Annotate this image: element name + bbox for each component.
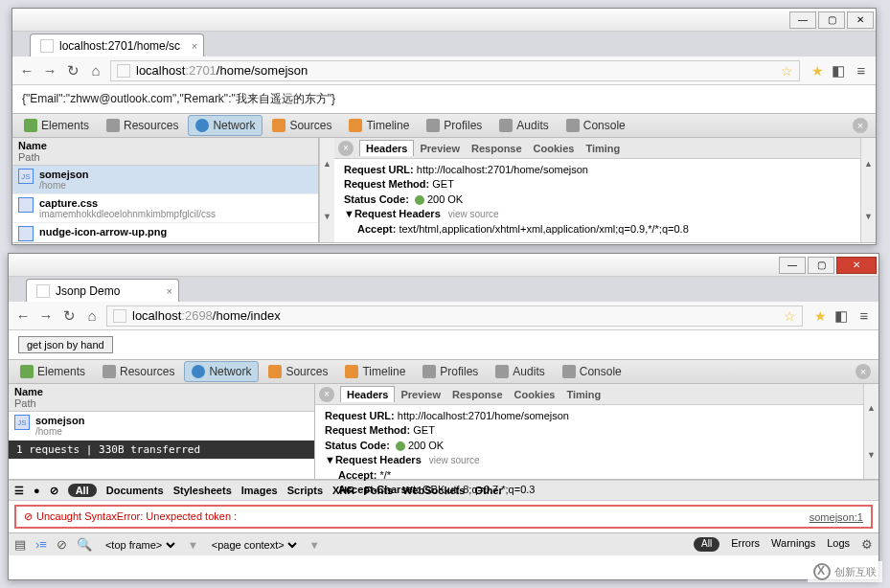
resources-icon — [106, 119, 120, 132]
forward-icon[interactable]: → — [41, 62, 58, 79]
home-icon[interactable]: ⌂ — [87, 62, 104, 79]
minimize-button[interactable]: — — [789, 11, 816, 29]
network-row[interactable]: capture.css imamemhokkdleoelohnmkimbmpfg… — [12, 194, 318, 223]
url-input[interactable]: localhost:2698/home/index ☆ — [106, 305, 803, 327]
network-row[interactable]: nudge-icon-arrow-up.png — [12, 223, 318, 242]
back-icon[interactable]: ← — [14, 307, 32, 324]
devtab-timeline[interactable]: Timeline — [341, 115, 417, 136]
error-source-link[interactable]: somejson:1 — [810, 511, 863, 523]
forward-icon[interactable]: → — [37, 307, 55, 324]
favorite-icon[interactable]: ★ — [814, 308, 827, 324]
close-button[interactable]: ✕ — [836, 257, 877, 274]
bookmark-icon[interactable]: ☆ — [781, 63, 793, 79]
scrollbar[interactable]: ▲▼ — [860, 138, 876, 242]
filter-documents[interactable]: Documents — [106, 485, 164, 496]
filter-scripts[interactable]: Scripts — [287, 485, 323, 496]
filter-other[interactable]: Other — [474, 485, 502, 496]
devtab-network[interactable]: Network — [184, 361, 259, 382]
tab-cookies[interactable]: Cookies — [509, 387, 561, 402]
maximize-button[interactable]: ▢ — [818, 11, 845, 29]
filter-xhr[interactable]: XHR — [332, 485, 354, 496]
devtab-audits[interactable]: Audits — [491, 115, 556, 136]
filter-websockets[interactable]: WebSockets — [402, 485, 465, 496]
network-row[interactable]: JS somejson /home — [9, 412, 314, 441]
bookmark-icon[interactable]: ☆ — [784, 308, 796, 324]
scroll-up-icon[interactable]: ▲ — [320, 138, 334, 191]
record-icon[interactable]: ● — [34, 485, 40, 496]
minimize-button[interactable]: — — [779, 257, 806, 274]
search-icon[interactable]: 🔍 — [77, 537, 92, 552]
tab-preview[interactable]: Preview — [414, 141, 466, 156]
drawer-icon[interactable]: ▤ — [14, 537, 26, 552]
reload-icon[interactable]: ↻ — [64, 62, 81, 79]
filter-fonts[interactable]: Fonts — [364, 485, 393, 496]
tab-headers[interactable]: Headers — [359, 140, 414, 156]
view-source-link[interactable]: view source — [448, 209, 499, 219]
scrollbar[interactable]: ▲▼ — [863, 384, 879, 479]
scrollbar[interactable]: ▲▼ — [319, 138, 334, 242]
details-close-icon[interactable]: × — [338, 141, 354, 156]
devtools-toolbar: Elements Resources Network Sources Timel… — [12, 113, 876, 138]
devtab-profiles[interactable]: Profiles — [415, 361, 486, 382]
devtab-network[interactable]: Network — [188, 115, 262, 136]
extension-icon[interactable]: ◧ — [833, 307, 850, 325]
log-filter-logs[interactable]: Logs — [827, 537, 850, 552]
tab-response[interactable]: Response — [446, 387, 509, 402]
devtab-sources[interactable]: Sources — [261, 361, 335, 382]
tab-timing[interactable]: Timing — [560, 387, 606, 402]
scroll-down-icon[interactable]: ▼ — [320, 191, 334, 243]
browser-tab[interactable]: localhost:2701/home/sc × — [30, 34, 204, 57]
network-row[interactable]: JS somejson /home — [12, 166, 318, 194]
clear-console-icon[interactable]: ⊘ — [57, 537, 67, 552]
devtools-close-icon[interactable]: × — [853, 118, 868, 133]
devtab-console[interactable]: Console — [555, 361, 629, 382]
filter-icon[interactable]: ☰ — [14, 485, 24, 497]
view-source-link[interactable]: view source — [429, 455, 480, 465]
filter-images[interactable]: Images — [241, 485, 278, 496]
close-button[interactable]: ✕ — [847, 11, 874, 29]
menu-icon[interactable]: ≡ — [853, 62, 870, 79]
extension-icon[interactable]: ◧ — [830, 62, 847, 79]
tab-timing[interactable]: Timing — [580, 141, 626, 156]
frame-select[interactable]: <top frame> — [102, 538, 178, 552]
log-filter-warnings[interactable]: Warnings — [771, 537, 815, 552]
log-filter-errors[interactable]: Errors — [731, 537, 760, 552]
home-icon[interactable]: ⌂ — [83, 307, 101, 324]
tab-headers[interactable]: Headers — [340, 386, 395, 402]
settings-icon[interactable]: ⚙ — [861, 537, 873, 552]
get-json-button[interactable]: get json by hand — [18, 336, 113, 353]
devtab-profiles[interactable]: Profiles — [419, 115, 490, 136]
devtab-sources[interactable]: Sources — [264, 115, 339, 136]
console-prompt-icon[interactable]: ›≡ — [35, 537, 47, 552]
log-filter-all[interactable]: All — [694, 537, 719, 552]
favorite-icon[interactable]: ★ — [811, 63, 824, 79]
maximize-button[interactable]: ▢ — [808, 257, 834, 274]
devtools-close-icon[interactable]: × — [856, 364, 871, 379]
browser-tab[interactable]: Jsonp Demo × — [26, 279, 179, 302]
filter-all[interactable]: All — [68, 484, 97, 497]
scroll-down-icon[interactable]: ▼ — [861, 191, 876, 243]
back-icon[interactable]: ← — [18, 62, 35, 79]
menu-icon[interactable]: ≡ — [856, 307, 873, 324]
context-select[interactable]: <page context> — [208, 538, 300, 552]
filter-stylesheets[interactable]: Stylesheets — [173, 485, 232, 496]
url-input[interactable]: localhost:2701/home/somejson ☆ — [110, 60, 800, 81]
devtab-audits[interactable]: Audits — [488, 361, 552, 382]
devtab-console[interactable]: Console — [559, 115, 633, 136]
details-close-icon[interactable]: × — [319, 387, 334, 402]
reload-icon[interactable]: ↻ — [60, 307, 78, 325]
scroll-up-icon[interactable]: ▲ — [864, 384, 879, 432]
tab-cookies[interactable]: Cookies — [528, 141, 581, 156]
devtab-timeline[interactable]: Timeline — [337, 361, 413, 382]
scroll-up-icon[interactable]: ▲ — [861, 138, 876, 191]
devtab-elements[interactable]: Elements — [16, 115, 97, 136]
clear-icon[interactable]: ⊘ — [50, 485, 58, 497]
devtab-resources[interactable]: Resources — [95, 361, 182, 382]
tab-response[interactable]: Response — [466, 141, 528, 156]
scroll-down-icon[interactable]: ▼ — [864, 432, 879, 480]
tab-close-icon[interactable]: × — [167, 285, 172, 297]
devtab-resources[interactable]: Resources — [99, 115, 186, 136]
tab-close-icon[interactable]: × — [192, 40, 197, 52]
tab-preview[interactable]: Preview — [395, 387, 446, 402]
devtab-elements[interactable]: Elements — [12, 361, 93, 382]
